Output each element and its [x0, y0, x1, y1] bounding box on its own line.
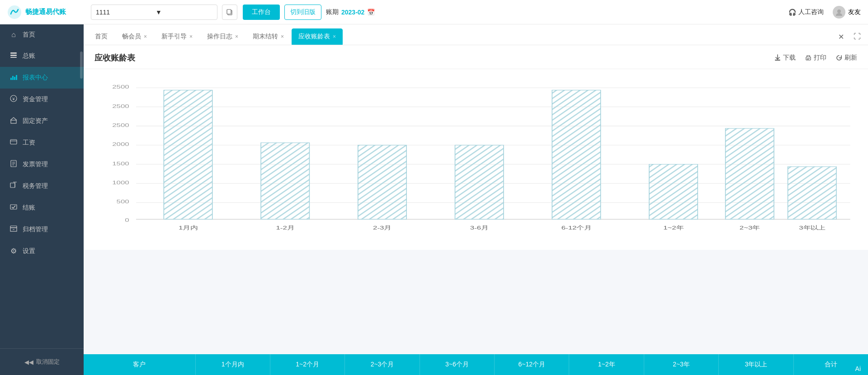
assets-icon	[9, 117, 18, 126]
svg-rect-5	[10, 55, 17, 56]
svg-text:1月内: 1月内	[179, 225, 198, 230]
maximize-button[interactable]: ⛶	[851, 30, 863, 43]
tab-guide[interactable]: 新手引导 ×	[155, 28, 199, 45]
svg-text:1500: 1500	[112, 160, 129, 166]
col-6to12month: 6~12个月	[495, 354, 569, 375]
copy-icon	[226, 9, 233, 16]
close-all-tabs-button[interactable]: ✕	[835, 30, 847, 43]
svg-rect-50	[261, 143, 309, 219]
tab-home[interactable]: 首页	[88, 28, 114, 45]
page-actions: 下载 打印 刷新	[774, 54, 857, 62]
tab-member[interactable]: 畅会员 ×	[115, 28, 154, 45]
copy-button[interactable]	[222, 5, 237, 20]
refresh-button[interactable]: 刷新	[835, 54, 857, 62]
svg-rect-30	[807, 59, 809, 60]
sidebar-item-home[interactable]: ⌂ 首页	[0, 24, 84, 45]
close-tab-guide[interactable]: ×	[189, 33, 193, 40]
archive-icon	[9, 225, 18, 234]
sidebar-item-reports[interactable]: 报表中心	[0, 67, 84, 89]
switch-version-button[interactable]: 切到旧版	[284, 5, 321, 20]
headset-icon: 🎧	[788, 9, 796, 16]
sidebar: ⌂ 首页 总账 报表中心 ¥ 资金管理 固定资产	[0, 24, 84, 375]
sidebar-item-invoice[interactable]: 发票管理	[0, 154, 84, 175]
close-tab-member[interactable]: ×	[144, 33, 147, 40]
svg-rect-56	[552, 90, 600, 219]
sidebar-item-payroll[interactable]: 工资	[0, 132, 84, 154]
funds-icon: ¥	[9, 95, 18, 104]
sidebar-item-ledger[interactable]: 总账	[0, 45, 84, 67]
svg-rect-29	[807, 58, 810, 59]
settings-icon: ⚙	[9, 247, 18, 255]
sidebar-label-closing: 结账	[23, 204, 35, 212]
ai-label: Ai	[855, 365, 861, 372]
payroll-icon	[9, 138, 18, 147]
svg-text:2000: 2000	[112, 141, 129, 147]
svg-text:6-12个月: 6-12个月	[561, 225, 591, 230]
close-tab-oplog[interactable]: ×	[235, 33, 238, 40]
period-label: 账期	[326, 8, 339, 16]
sidebar-item-assets[interactable]: 固定资产	[0, 110, 84, 132]
download-button[interactable]: 下载	[774, 54, 796, 62]
page-header: 应收账龄表 下载 打印 刷新	[84, 45, 868, 69]
user-area[interactable]: 友友	[833, 6, 861, 19]
period-area: 账期 2023-02 📅	[326, 8, 375, 16]
close-tab-aging[interactable]: ×	[333, 33, 336, 40]
calendar-icon[interactable]: 📅	[367, 9, 375, 16]
reports-icon	[9, 73, 18, 82]
sidebar-label-reports: 报表中心	[23, 74, 48, 82]
sidebar-item-tax[interactable]: 税务管理	[0, 175, 84, 197]
tab-label-member: 畅会员	[122, 33, 141, 41]
col-2to3year: 2~3年	[644, 354, 719, 375]
tab-label-period-end: 期末结转	[253, 33, 278, 41]
cancel-fixed-label: 取消固定	[36, 358, 60, 366]
print-icon	[805, 54, 812, 61]
sidebar-label-assets: 固定资产	[23, 117, 48, 125]
svg-text:500: 500	[117, 199, 129, 205]
svg-rect-20	[10, 183, 15, 188]
sidebar-label-ledger: 总账	[23, 52, 35, 60]
tax-icon	[9, 182, 18, 191]
sidebar-item-settings[interactable]: ⚙ 设置	[0, 240, 84, 262]
svg-rect-7	[10, 78, 12, 80]
home-icon: ⌂	[9, 31, 18, 39]
tab-aging[interactable]: 应收账龄表 ×	[292, 28, 343, 45]
svg-text:2500: 2500	[112, 103, 129, 109]
ai-badge[interactable]: Ai	[848, 362, 868, 375]
sidebar-item-archive[interactable]: 归档管理	[0, 219, 84, 240]
tab-period-end[interactable]: 期末结转 ×	[246, 28, 291, 45]
header-right: 🎧 人工咨询 友友	[788, 6, 861, 19]
tab-bar-actions: ✕ ⛶	[835, 30, 863, 45]
svg-rect-24	[10, 226, 17, 228]
cancel-fixed-button[interactable]: ◀◀ 取消固定	[0, 353, 84, 370]
sidebar-label-funds: 资金管理	[23, 95, 48, 103]
print-button[interactable]: 打印	[805, 54, 826, 62]
close-tab-period-end[interactable]: ×	[281, 33, 284, 40]
svg-rect-2	[227, 9, 231, 14]
svg-text:1000: 1000	[112, 180, 129, 186]
svg-text:3-6月: 3-6月	[470, 225, 489, 230]
table-footer: 客户 1个月内 1~2个月 2~3个月 3~6个月 6~12个月 1~2年 2~…	[84, 354, 868, 375]
svg-point-3	[837, 9, 841, 13]
sidebar-label-archive: 归档管理	[23, 225, 48, 234]
svg-rect-58	[649, 164, 698, 220]
svg-rect-48	[164, 90, 212, 219]
page-content: 应收账龄表 下载 打印 刷新	[84, 45, 868, 375]
page-title: 应收账龄表	[94, 52, 135, 63]
logo-text: 畅捷通易代账	[25, 8, 66, 16]
svg-text:2~3年: 2~3年	[740, 225, 760, 230]
refresh-label: 刷新	[844, 54, 857, 62]
closing-icon	[9, 203, 18, 212]
sidebar-item-funds[interactable]: ¥ 资金管理	[0, 89, 84, 110]
sidebar-label-settings: 设置	[23, 247, 35, 255]
company-selector[interactable]: 1111 ▼	[91, 5, 217, 20]
dropdown-icon: ▼	[156, 9, 212, 16]
sidebar-item-closing[interactable]: 结账	[0, 197, 84, 219]
period-value: 2023-02	[341, 9, 364, 16]
tab-oplog[interactable]: 操作日志 ×	[200, 28, 245, 45]
top-header: 畅捷通易代账 1111 ▼ 工作台 切到旧版 账期 2023-02 📅 🎧 人工…	[0, 0, 868, 24]
company-name: 1111	[96, 9, 153, 16]
consult-button[interactable]: 🎧 人工咨询	[788, 8, 824, 16]
svg-rect-27	[775, 60, 780, 61]
workbench-button[interactable]: 工作台	[243, 5, 280, 20]
download-label: 下载	[783, 54, 796, 62]
